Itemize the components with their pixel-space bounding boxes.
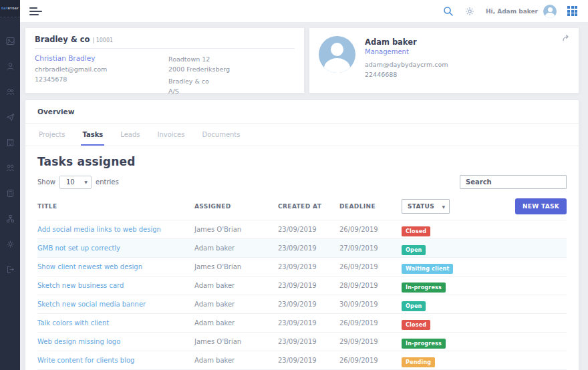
sidebar: DAYBYDAY — [0, 0, 20, 370]
entries-per-page-value: 10 — [66, 178, 75, 186]
task-title-link[interactable]: Add social media links to web design — [37, 226, 194, 233]
tab-projects[interactable]: Projects — [37, 124, 66, 146]
address-street: Roadtown 12 — [168, 55, 230, 65]
task-created-at: 23/09/2019 — [278, 263, 339, 270]
task-title-link[interactable]: Sketch new business card — [37, 282, 194, 289]
entries-per-page-select[interactable]: 10 ▼ — [59, 176, 92, 189]
users-icon — [6, 87, 15, 96]
assigned-user-email: adam@daybydaycrm.com — [365, 60, 448, 70]
status-filter-label: STATUS — [408, 203, 434, 210]
assigned-user-phone: 22446688 — [365, 70, 448, 80]
logout-icon — [6, 265, 15, 274]
task-deadline: 26/09/2019 — [339, 319, 402, 327]
task-assigned: Adam baker — [194, 357, 278, 364]
task-assigned: James O'Brian — [194, 226, 278, 233]
status-filter-select[interactable]: STATUS ▼ — [402, 199, 450, 214]
team-icon — [6, 164, 15, 172]
status-badge: Open — [402, 301, 426, 311]
app-logo[interactable]: DAYBYDAY — [0, 0, 20, 17]
sidebar-item-leads[interactable] — [0, 104, 20, 130]
sidebar-nav — [0, 17, 20, 282]
task-assigned: Adam baker — [194, 244, 278, 252]
sidebar-item-integrations[interactable] — [0, 206, 20, 231]
table-row: Sketch new business card Adam baker 23/0… — [37, 276, 567, 295]
projects-icon — [6, 138, 15, 147]
status-badge: Waiting client — [402, 264, 453, 274]
status-badge: Closed — [402, 226, 430, 236]
show-label: Show — [37, 178, 55, 186]
sidebar-item-logout[interactable] — [0, 256, 20, 282]
table-row: Write content for clients blog Adam bake… — [37, 351, 567, 369]
page-content: Bradley & co | 10001 Christian Bradley c… — [20, 22, 588, 370]
status-badge: In-progress — [402, 339, 446, 349]
user-avatar[interactable] — [543, 5, 557, 18]
assigned-user-name: Adam baker — [365, 37, 448, 47]
task-deadline: 26/09/2019 — [339, 226, 402, 233]
task-created-at: 23/09/2019 — [278, 319, 339, 327]
task-title-link[interactable]: Show client newest web design — [37, 263, 194, 270]
tab-invoices[interactable]: Invoices — [156, 124, 186, 146]
task-title-link[interactable]: GMB not set up correctly — [37, 244, 194, 252]
table-row: Sketch new social media banner Adam bake… — [37, 295, 567, 313]
status-badge: In-progress — [402, 283, 446, 293]
task-deadline: 26/09/2019 — [339, 263, 402, 270]
task-created-at: 23/09/2019 — [278, 282, 339, 289]
task-title-link[interactable]: Talk colors with client — [37, 319, 194, 327]
assigned-user-card: Adam baker Management adam@daybydaycrm.c… — [309, 28, 579, 93]
table-row: Web design missing logo James O'Brian 23… — [37, 332, 567, 351]
client-company-title: Bradley & co | 10001 — [35, 35, 295, 49]
address-company-type: A/S — [168, 87, 230, 97]
menu-toggle-icon[interactable] — [29, 7, 42, 15]
search-input[interactable] — [460, 175, 567, 189]
column-header-assigned: ASSIGNED — [194, 203, 278, 210]
assigned-user-department-link[interactable]: Management — [365, 48, 448, 55]
task-title-link[interactable]: Write content for clients blog — [37, 357, 194, 364]
task-title-link[interactable]: Web design missing logo — [37, 338, 194, 345]
task-title-link[interactable]: Sketch new social media banner — [37, 301, 194, 308]
section-heading: Tasks assigned — [37, 155, 567, 168]
contact-name-link[interactable]: Christian Bradley — [35, 54, 168, 62]
column-header-deadline: DEADLINE — [339, 203, 402, 210]
tasks-table: TITLE ASSIGNED CREATED AT DEADLINE STATU… — [37, 197, 567, 370]
table-row: Add social media links to web design Jam… — [37, 220, 567, 238]
sidebar-item-invoices[interactable] — [0, 180, 20, 206]
tasks-table-header: TITLE ASSIGNED CREATED AT DEADLINE STATU… — [37, 197, 567, 220]
task-created-at: 23/09/2019 — [278, 357, 339, 364]
settings-gear-icon — [6, 240, 15, 248]
apps-grid-icon[interactable] — [567, 6, 577, 16]
sidebar-item-client[interactable] — [0, 53, 20, 79]
status-badge: Open — [402, 245, 426, 255]
task-assigned: Adam baker — [194, 301, 278, 308]
sidebar-item-users[interactable] — [0, 79, 20, 104]
logo-text: BYDAY — [8, 7, 19, 10]
client-company-name: Bradley & co — [35, 35, 90, 44]
address-company: Bradley & co — [168, 77, 230, 87]
tab-tasks[interactable]: Tasks — [81, 124, 104, 146]
external-link-arrow-icon[interactable] — [563, 35, 571, 41]
table-row: Show client newest web design James O'Br… — [37, 257, 567, 276]
tab-leads[interactable]: Leads — [119, 124, 141, 146]
topbar: Hi, Adam baker — [20, 0, 588, 22]
task-created-at: 23/09/2019 — [278, 244, 339, 252]
overview-tabs: Projects Tasks Leads Invoices Documents — [25, 124, 579, 146]
table-row: GMB not set up correctly Adam baker 23/0… — [37, 238, 567, 257]
sidebar-item-settings[interactable] — [0, 231, 20, 256]
column-header-title: TITLE — [37, 203, 194, 210]
task-deadline: 27/09/2019 — [339, 244, 402, 252]
table-row: Talk colors with client Adam baker 23/09… — [37, 313, 567, 332]
column-header-created: CREATED AT — [278, 203, 339, 210]
tab-documents[interactable]: Documents — [200, 124, 241, 146]
new-task-button[interactable]: NEW TASK — [515, 198, 567, 214]
address-city: 2000 Frederiksberg — [168, 65, 230, 75]
task-deadline: 29/09/2019 — [339, 338, 402, 345]
chevron-down-icon: ▼ — [84, 180, 88, 184]
task-assigned: Adam baker — [194, 319, 278, 327]
sidebar-item-projects[interactable] — [0, 130, 20, 155]
search-icon[interactable] — [443, 6, 454, 17]
user-avatar-large — [319, 36, 355, 73]
overview-title: Overview — [25, 100, 579, 124]
task-created-at: 23/09/2019 — [278, 338, 339, 345]
settings-gear-icon[interactable] — [464, 6, 475, 17]
sidebar-item-dashboard[interactable] — [0, 28, 20, 53]
sidebar-item-team[interactable] — [0, 155, 20, 180]
